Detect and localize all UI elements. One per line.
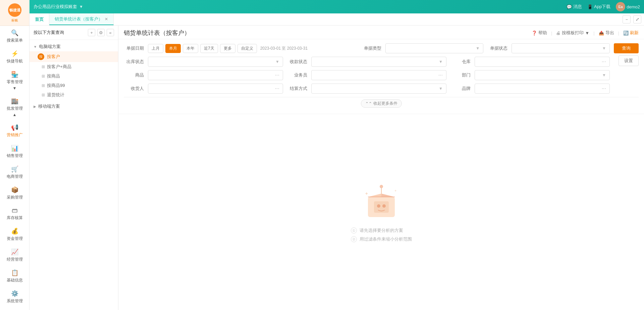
main-area: 办公用品行业模拟账套 ▼ 💬 消息 📱 App下载 Ea demo2 首页	[30, 0, 644, 310]
department-select[interactable]: ▼	[475, 70, 610, 80]
sidebar-item-sales[interactable]: 📊 销售管理	[0, 141, 29, 162]
export-label: 导出	[605, 30, 614, 36]
scheme-by-customer-product[interactable]: ⊞ 按客户+商品	[30, 62, 118, 71]
filter-row-status: 出库状态 ▼ 收款状态 ▼ 仓库	[124, 57, 610, 67]
sidebar-logo: 畅捷通 标账	[0, 0, 29, 26]
scheme-by-product-99[interactable]: ⊞ 按商品99	[30, 81, 118, 90]
system-icon: ⚙️	[11, 290, 18, 297]
date-btn-last-7-days[interactable]: 近7天	[200, 44, 218, 53]
sidebar-item-finance[interactable]: 💰 资金管理	[0, 224, 29, 245]
receipt-status-select[interactable]: ▼	[311, 57, 446, 67]
doc-type-label: 单据类型	[361, 45, 381, 51]
scheme-settings-btn[interactable]: ⚙	[97, 29, 105, 36]
scheme-by-customer[interactable]: 按 按客户	[30, 51, 118, 62]
left-panel-title: 按以下方案查询	[34, 30, 64, 36]
date-btn-more[interactable]: 更多	[220, 44, 235, 53]
salesperson-select[interactable]: ···	[311, 70, 446, 80]
sidebar-item-quicknav[interactable]: ⚡ 快捷导航	[0, 47, 29, 67]
sidebar-item-ecommerce[interactable]: 🛒 电商管理	[0, 162, 29, 183]
settings-btn[interactable]: 设置	[619, 55, 639, 66]
avatar: Ea	[616, 2, 625, 11]
filter-row-date: 单据日期 上月 本月 本年 近7天 更多 自定义 2023-03-01 至 20…	[124, 43, 610, 53]
delivery-status-label: 出库状态	[124, 59, 144, 65]
add-scheme-btn[interactable]: +	[88, 29, 95, 36]
tab-minimize-btn[interactable]: －	[623, 15, 631, 23]
refresh-icon: 🔄	[623, 31, 629, 36]
sidebar-item-retail[interactable]: 🏪 零售管理 ▼	[0, 67, 29, 94]
template-print-btn[interactable]: 🖨 按模板打印 ▼	[556, 30, 589, 36]
topbar-message-btn[interactable]: 💬 消息	[567, 4, 582, 10]
desktop-section-label: 电脑端方案	[39, 44, 61, 50]
svg-text:✦: ✦	[365, 191, 369, 196]
salesperson-dots: ···	[438, 72, 443, 78]
help-btn[interactable]: ❓ 帮助	[532, 30, 547, 36]
right-panel: 销货单统计表（按客户） ❓ 帮助 | 🖨 按模板打印 ▼ | 📤	[118, 25, 644, 310]
tabbar-actions: － ⤢	[620, 13, 644, 25]
salesperson-label: 业务员	[287, 72, 307, 78]
retail-icon: 🏪	[11, 71, 18, 78]
settlement-arrow: ▼	[439, 86, 443, 91]
sidebar-item-basic[interactable]: 📋 基础信息	[0, 266, 29, 287]
sidebar-item-enterprise[interactable]: 🏢 企业协同	[0, 307, 29, 310]
desktop-expand-icon: ▼	[34, 45, 37, 49]
mobile-section-header[interactable]: ▶ 移动端方案	[30, 102, 118, 111]
tabbar: 首页 销货单统计表（按客户） ✕ － ⤢	[30, 13, 644, 25]
sidebar-item-inventory[interactable]: 🗃 库存核算	[0, 204, 29, 224]
tab-home[interactable]: 首页	[30, 13, 49, 25]
topbar-dropdown-icon[interactable]: ▼	[79, 4, 83, 9]
recipient-label: 收货人	[124, 86, 144, 92]
query-btn[interactable]: 查询	[614, 43, 639, 53]
topbar-message-label: 消息	[573, 4, 582, 10]
doc-status-select[interactable]: ▼	[512, 43, 610, 53]
sidebar-item-search[interactable]: 🔍 搜索菜单	[0, 26, 29, 47]
by-product-99-label: 按商品99	[47, 83, 65, 89]
sidebar-item-system[interactable]: ⚙️ 系统管理	[0, 287, 29, 307]
scheme-by-product[interactable]: ⊞ 按商品	[30, 71, 118, 81]
scheme-collapse-btn[interactable]: «	[107, 29, 114, 36]
by-customer-product-icon: ⊞	[42, 64, 45, 69]
topbar-appdownload-btn[interactable]: 📱 App下载	[587, 4, 610, 10]
tab-close-icon[interactable]: ✕	[105, 17, 108, 21]
tab-sales-stats[interactable]: 销货单统计表（按客户） ✕	[49, 13, 114, 25]
doc-type-select[interactable]: ▼	[385, 43, 484, 53]
date-btn-current-month[interactable]: 本月	[165, 44, 181, 53]
topbar-brand: 办公用品行业模拟账套 ▼	[34, 4, 83, 10]
download-icon: 📱	[587, 4, 593, 9]
topbar-left: 办公用品行业模拟账套 ▼	[34, 4, 83, 10]
delivery-status-select[interactable]: ▼	[148, 57, 283, 67]
sidebar-item-search-label: 搜索菜单	[7, 38, 23, 43]
action-divider-2: |	[593, 31, 594, 36]
sales-icon: 📊	[11, 145, 18, 152]
desktop-section-header[interactable]: ▼ 电脑端方案	[30, 42, 118, 51]
tab-maximize-btn[interactable]: ⤢	[633, 15, 641, 23]
scheme-return-stats[interactable]: ⊞ 退货统计	[30, 90, 118, 100]
date-btn-current-year[interactable]: 本年	[183, 44, 198, 53]
collapse-more-btn[interactable]: ⌃⌃ 收起更多条件	[361, 99, 402, 108]
brand-dots: ···	[602, 86, 606, 92]
doc-status-arrow: ▼	[602, 46, 606, 51]
date-btn-last-month[interactable]: 上月	[148, 44, 163, 53]
sidebar-item-marketing[interactable]: 📢 营销推广	[0, 120, 29, 141]
sidebar-item-system-label: 系统管理	[7, 298, 23, 304]
settlement-select[interactable]: ▼	[311, 84, 446, 94]
brand-select[interactable]: ···	[475, 84, 610, 94]
sidebar-item-basic-label: 基础信息	[7, 277, 23, 283]
refresh-btn[interactable]: 🔄 刷新	[623, 30, 639, 36]
by-product-label: 按商品	[47, 73, 60, 79]
warehouse-select[interactable]: ···	[475, 57, 610, 67]
date-btn-custom[interactable]: 自定义	[237, 44, 257, 53]
mobile-expand-icon: ▶	[34, 105, 36, 108]
sidebar-item-purchase[interactable]: 📦 采购管理	[0, 183, 29, 204]
recipient-select[interactable]: ···	[148, 84, 283, 94]
product-select[interactable]: ···	[148, 70, 283, 80]
sidebar-item-operations[interactable]: 📈 经营管理	[0, 245, 29, 266]
empty-hints: ① 请先选择要分析的方案 ② 用过滤条件来缩小分析范围	[351, 227, 412, 242]
export-btn[interactable]: 📤 导出	[599, 30, 614, 36]
recipient-dots: ···	[275, 86, 279, 92]
sidebar-item-wholesale[interactable]: 🏬 批发管理 ▲	[0, 94, 29, 120]
topbar-user[interactable]: Ea demo2	[616, 2, 640, 11]
department-arrow: ▼	[602, 73, 606, 78]
date-range-display: 2023-03-01 至 2023-03-31	[260, 46, 308, 51]
action-divider-1: |	[551, 31, 552, 36]
brand-icon: 畅捷通	[7, 3, 22, 17]
